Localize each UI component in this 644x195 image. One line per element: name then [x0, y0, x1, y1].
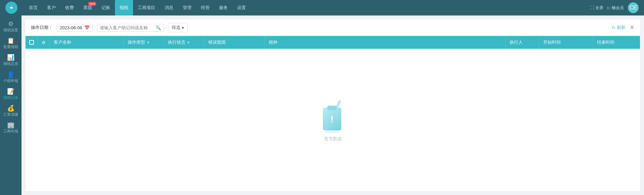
- sidebar-item-settlement[interactable]: 💰汇算清缴: [0, 103, 22, 119]
- annual-report-label: 工商年报: [3, 129, 18, 133]
- empty-state: ! 暂无数据: [26, 49, 640, 191]
- avatar-text: CE: [630, 5, 637, 11]
- main-content: 操作日期： 2023-06-06 📅 🔍 筛选 ▾ ↻ 刷新: [22, 15, 644, 195]
- fullscreen-button[interactable]: ⛶ 全屏: [590, 5, 603, 11]
- nav-item-billing[interactable]: 收费: [60, 0, 79, 15]
- avatar[interactable]: CE: [628, 2, 639, 13]
- nav-item-operation[interactable]: 经营: [196, 0, 214, 15]
- nav-items: 首页客户收费票据new记账报税工商项目消息管理经营服务设置: [24, 0, 590, 15]
- th-checkbox[interactable]: [26, 36, 38, 49]
- app-logo[interactable]: [5, 2, 17, 14]
- content-panel: 操作日期： 2023-06-06 📅 🔍 筛选 ▾ ↻ 刷新: [26, 20, 640, 191]
- table-area: ⚙ 客户名称 操作类型 ▼ 执行状态 ▼ 错误股因: [26, 36, 640, 191]
- th-end-time: 结束时间: [593, 36, 640, 49]
- nav-item-customer[interactable]: 客户: [42, 0, 60, 15]
- fullscreen-label: 全屏: [595, 5, 603, 11]
- new-badge-invoice: new: [88, 2, 96, 6]
- svg-rect-4: [327, 106, 337, 110]
- th-customer-label: 客户名称: [54, 39, 71, 45]
- th-start-time-label: 开始时间: [543, 39, 561, 45]
- svg-point-6: [325, 130, 339, 133]
- right-tools: ⛶ 全屏 ▷ 畅会员 CE: [590, 2, 639, 13]
- svg-text:!: !: [330, 114, 333, 124]
- th-start-time: 开始时间: [539, 36, 593, 49]
- date-value: 2023-06-06: [60, 25, 82, 30]
- sidebar: ⚙报税设置📋批量报税📊报税总览👤个税申报📝报税记录💰汇算清缴🏢工商年报: [0, 15, 22, 195]
- nav-item-message[interactable]: 消息: [160, 0, 178, 15]
- nav-item-invoice[interactable]: 票据new: [79, 0, 97, 15]
- tax-settings-icon: ⚙: [8, 21, 13, 27]
- member-label: 畅会员: [612, 5, 624, 11]
- th-exec-status: 执行状态 ▼: [164, 36, 204, 49]
- settings-icon[interactable]: ⚙: [42, 40, 46, 45]
- refresh-icon: ↻: [612, 25, 615, 30]
- nav-item-settings[interactable]: 设置: [232, 0, 251, 15]
- sidebar-item-annual-report[interactable]: 🏢工商年报: [0, 119, 22, 136]
- sidebar-item-tax-settings[interactable]: ⚙报税设置: [0, 18, 22, 35]
- member-button[interactable]: ▷ 畅会员: [607, 5, 624, 11]
- annual-report-icon: 🏢: [7, 122, 14, 128]
- refresh-label: 刷新: [617, 25, 626, 31]
- close-button[interactable]: ✕: [630, 25, 635, 31]
- th-op-type: 操作类型 ▼: [124, 36, 164, 49]
- date-label: 操作日期：: [31, 25, 53, 31]
- th-error-reason-label: 错误股因: [208, 39, 226, 45]
- empty-text: 暂无数据: [324, 136, 342, 142]
- batch-tax-icon: 📋: [7, 38, 14, 44]
- tax-overview-icon: 📊: [7, 54, 14, 61]
- tax-record-icon: 📝: [7, 88, 14, 94]
- tax-overview-label: 报税总览: [3, 62, 18, 66]
- search-input[interactable]: [100, 25, 154, 30]
- nav-item-manage[interactable]: 管理: [178, 0, 196, 15]
- sidebar-item-personal-tax[interactable]: 👤个税申报: [0, 69, 22, 86]
- th-tax-type-label: 税种: [269, 39, 277, 45]
- refresh-button[interactable]: ↻ 刷新: [612, 25, 626, 31]
- th-executor-label: 执行人: [510, 39, 523, 45]
- settlement-label: 汇算清缴: [3, 112, 18, 117]
- tax-settings-label: 报税设置: [3, 28, 18, 32]
- sidebar-item-tax-record[interactable]: 📝报税记录: [0, 86, 22, 103]
- th-settings: ⚙: [38, 36, 50, 49]
- th-error-reason: 错误股因: [204, 36, 265, 49]
- member-icon: ▷: [607, 5, 610, 10]
- sidebar-item-tax-overview[interactable]: 📊报税总览: [0, 52, 22, 69]
- sidebar-item-batch-tax[interactable]: 📋批量报税: [0, 35, 22, 52]
- empty-illustration: !: [316, 98, 350, 132]
- search-box: 🔍: [97, 24, 164, 32]
- filter-button[interactable]: 筛选 ▾: [168, 23, 188, 32]
- toolbar: 操作日期： 2023-06-06 📅 🔍 筛选 ▾ ↻ 刷新: [26, 20, 640, 36]
- personal-tax-label: 个税申报: [3, 79, 18, 83]
- op-type-filter-icon[interactable]: ▼: [146, 41, 150, 44]
- calendar-icon: 📅: [84, 25, 90, 30]
- th-end-time-label: 结束时间: [597, 39, 614, 45]
- nav-item-service[interactable]: 服务: [214, 0, 232, 15]
- table-header: ⚙ 客户名称 操作类型 ▼ 执行状态 ▼ 错误股因: [26, 36, 640, 49]
- th-op-type-label: 操作类型: [128, 39, 145, 45]
- th-executor: 执行人: [506, 36, 539, 49]
- top-nav: 首页客户收费票据new记账报税工商项目消息管理经营服务设置 ⛶ 全屏 ▷ 畅会员…: [0, 0, 644, 15]
- nav-item-bookkeeping[interactable]: 记账: [97, 0, 115, 15]
- chevron-down-icon: ▾: [182, 25, 184, 30]
- nav-item-home[interactable]: 首页: [24, 0, 42, 15]
- settlement-icon: 💰: [7, 105, 14, 111]
- search-icon[interactable]: 🔍: [156, 25, 161, 30]
- batch-tax-label: 批量报税: [3, 45, 18, 49]
- date-picker[interactable]: 2023-06-06 📅: [57, 24, 93, 32]
- filter-label: 筛选: [172, 25, 180, 31]
- fullscreen-icon: ⛶: [590, 5, 594, 10]
- main-layout: ⚙报税设置📋批量报税📊报税总览👤个税申报📝报税记录💰汇算清缴🏢工商年报 操作日期…: [0, 15, 644, 195]
- select-all-checkbox[interactable]: [29, 40, 34, 45]
- th-customer: 客户名称: [50, 36, 124, 49]
- th-tax-type: 税种: [265, 36, 506, 49]
- th-exec-status-label: 执行状态: [168, 39, 185, 45]
- exec-status-filter-icon[interactable]: ▼: [187, 41, 190, 44]
- nav-item-tax[interactable]: 报税: [115, 0, 133, 15]
- nav-item-business[interactable]: 工商项目: [133, 0, 160, 15]
- personal-tax-icon: 👤: [7, 72, 14, 78]
- tax-record-label: 报税记录: [3, 95, 18, 100]
